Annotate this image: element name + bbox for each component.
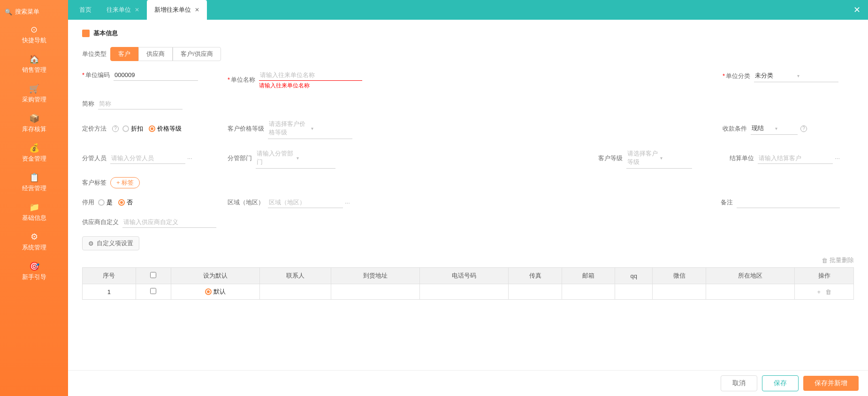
customer-level-field: 客户等级 请选择客户等级 ▾ — [598, 148, 716, 169]
settlement-field: 结算单位 ··· — [730, 153, 840, 164]
tags-label: 客户标签 — [82, 179, 107, 187]
save-button[interactable]: 保存 — [762, 375, 799, 391]
batch-delete-label[interactable]: 批量删除 — [830, 256, 854, 264]
pricing-radio-level-label: 价格等级 — [157, 124, 182, 133]
col-address: 到货地址 — [331, 268, 419, 284]
tab-new-contact[interactable]: 新增往来单位 ✕ — [147, 0, 207, 20]
unit-code-input[interactable] — [114, 70, 198, 81]
payment-terms-chevron: ▾ — [775, 126, 797, 131]
sidebar-item-purchase[interactable]: 🛒 采购管理 — [0, 79, 68, 109]
row-fax — [509, 284, 562, 300]
disabled-row: 停用 是 否 区域（地区） ··· 备注 — [82, 197, 854, 208]
row-default-radio[interactable]: 默认 — [174, 287, 257, 296]
pricing-radio-discount[interactable]: 折扣 — [122, 124, 143, 133]
customer-level-select[interactable]: 请选择客户等级 ▾ — [626, 148, 692, 169]
type-btn-both[interactable]: 客户/供应商 — [173, 47, 221, 61]
customer-price-label: 客户价格等级 — [228, 124, 264, 133]
payment-terms-select[interactable]: 现结 ▾ — [751, 122, 798, 135]
supplier-custom-label: 供应商自定义 — [82, 218, 119, 226]
col-contact: 联系人 — [260, 268, 331, 284]
type-btn-supplier[interactable]: 供应商 — [138, 47, 173, 61]
unit-code-field: 单位编码 — [82, 70, 213, 81]
unit-name-field: 单位名称 请输入往来单位名称 — [228, 70, 708, 90]
department-chevron: ▾ — [297, 155, 335, 161]
tab-new-contact-label: 新增往来单位 — [154, 6, 191, 14]
payment-terms-label: 收款条件 — [723, 124, 747, 133]
pricing-radio-level[interactable]: 价格等级 — [149, 124, 182, 133]
supplier-custom-field: 供应商自定义 — [82, 217, 216, 228]
sidebar-item-basics[interactable]: 📁 基础信息 — [0, 197, 68, 227]
main-area: 首页 往来单位 ✕ 新增往来单位 ✕ ✕ 基本信息 单位类型 客户 供应商 — [68, 0, 868, 396]
row-address — [331, 284, 419, 300]
supplier-custom-input[interactable] — [122, 217, 216, 228]
add-tag-button[interactable]: + 标签 — [110, 177, 140, 188]
add-tag-label: + 标签 — [116, 179, 134, 187]
custom-settings-label: 自定义项设置 — [97, 239, 133, 248]
inventory-icon: 📦 — [29, 113, 39, 124]
tab-contacts-close[interactable]: ✕ — [135, 7, 139, 13]
pricing-help-icon[interactable]: ? — [112, 125, 119, 132]
sales-icon: 🏠 — [29, 54, 39, 64]
customer-price-select[interactable]: 请选择客户价格等级 ▾ — [268, 118, 352, 139]
sidebar-item-newbie[interactable]: 🎯 新手引导 — [0, 256, 68, 286]
manager-more[interactable]: ··· — [187, 155, 192, 162]
sidebar-item-purchase-label: 采购管理 — [22, 95, 46, 104]
customer-price-placeholder: 请选择客户价格等级 — [269, 120, 309, 137]
region-more[interactable]: ··· — [345, 199, 350, 206]
tab-home[interactable]: 首页 — [72, 0, 99, 20]
unit-type-label: 单位类型 — [82, 50, 107, 58]
col-action: 操作 — [795, 268, 854, 284]
settlement-label: 结算单位 — [730, 154, 754, 163]
row-delete-button[interactable]: 🗑 — [825, 288, 831, 295]
unit-category-label: 单位分类 — [723, 72, 750, 80]
row-add-button[interactable]: + — [817, 288, 821, 295]
disabled-radio-yes[interactable]: 是 — [98, 198, 113, 207]
sidebar-item-system[interactable]: ⚙ 系统管理 — [0, 227, 68, 256]
type-btn-customer[interactable]: 客户 — [110, 47, 138, 61]
save-new-button[interactable]: 保存并新增 — [803, 376, 859, 391]
shortname-input[interactable] — [98, 98, 183, 109]
unit-category-select[interactable]: 未分类 ▾ — [754, 70, 838, 82]
tab-contacts[interactable]: 往来单位 ✕ — [99, 0, 147, 20]
department-select[interactable]: 请输入分管部门 ▾ — [256, 148, 335, 169]
department-label: 分管部门 — [228, 154, 252, 163]
row-qq — [615, 284, 653, 300]
row-checkbox-input[interactable] — [150, 288, 156, 294]
sidebar-item-quicknav[interactable]: ⊙ 快捷导航 — [0, 20, 68, 49]
notes-input[interactable] — [737, 197, 840, 208]
sidebar-item-finance[interactable]: 💰 资金管理 — [0, 138, 68, 168]
col-default: 设为默认 — [171, 268, 260, 284]
customer-level-placeholder: 请选择客户等级 — [627, 149, 658, 166]
shortname-field: 简称 — [82, 98, 213, 109]
unit-info-row: 单位编码 单位名称 请输入往来单位名称 单位分类 未分类 ▾ — [82, 70, 854, 90]
section-basic-info: 基本信息 — [82, 29, 854, 38]
sidebar-item-quicknav-label: 快捷导航 — [22, 36, 46, 45]
cancel-button[interactable]: 取消 — [721, 375, 757, 391]
main-close-button[interactable]: ✕ — [850, 5, 864, 15]
sidebar-item-finance-label: 资金管理 — [22, 155, 46, 163]
region-field: 区域（地区） ··· — [228, 197, 707, 208]
col-fax: 传真 — [509, 268, 562, 284]
tab-new-contact-close[interactable]: ✕ — [195, 7, 199, 13]
settlement-more[interactable]: ··· — [835, 155, 840, 162]
sidebar-item-sales[interactable]: 🏠 销售管理 — [0, 49, 68, 79]
settlement-input[interactable] — [758, 153, 833, 164]
department-field: 分管部门 请输入分管部门 ▾ — [228, 148, 584, 169]
region-label: 区域（地区） — [228, 198, 264, 207]
row-phone — [420, 284, 509, 300]
unit-name-input[interactable] — [259, 70, 362, 81]
sidebar-item-search[interactable]: 🔍 搜索菜单 — [0, 4, 68, 20]
sidebar-item-operations[interactable]: 📋 经营管理 — [0, 168, 68, 197]
table-header-checkbox[interactable] — [150, 272, 156, 278]
disabled-radio-no[interactable]: 否 — [118, 198, 133, 207]
search-icon: 🔍 — [5, 8, 12, 16]
sidebar-item-inventory[interactable]: 📦 库存核算 — [0, 109, 68, 138]
payment-help-icon[interactable]: ? — [800, 125, 807, 132]
custom-settings-button[interactable]: ⚙ 自定义项设置 — [82, 236, 139, 250]
section-icon — [82, 30, 90, 37]
manager-input[interactable] — [110, 153, 185, 164]
sidebar: 🔍 搜索菜单 ⊙ 快捷导航 🏠 销售管理 🛒 采购管理 📦 库存核算 💰 资金管… — [0, 0, 68, 396]
operations-icon: 📋 — [29, 172, 39, 183]
region-input[interactable] — [268, 197, 343, 208]
disabled-radio-no-label: 否 — [127, 198, 133, 207]
